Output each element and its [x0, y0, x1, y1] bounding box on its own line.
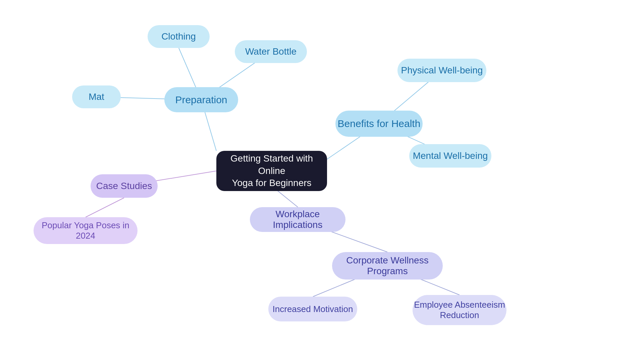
mental-wellbeing-label: Mental Well-being: [413, 150, 488, 161]
physical-wellbeing-label: Physical Well-being: [401, 65, 483, 76]
popular-yoga-poses-label: Popular Yoga Poses in 2024: [34, 220, 138, 241]
benefits-health-label: Benefits for Health: [338, 118, 421, 129]
svg-line-12: [86, 198, 124, 217]
preparation-node[interactable]: Preparation: [164, 87, 238, 112]
mental-wellbeing-node[interactable]: Mental Well-being: [409, 144, 491, 168]
preparation-label: Preparation: [175, 94, 227, 106]
popular-yoga-poses-node[interactable]: Popular Yoga Poses in 2024: [34, 217, 138, 244]
increased-motivation-label: Increased Motivation: [273, 304, 353, 314]
benefits-health-node[interactable]: Benefits for Health: [335, 111, 423, 137]
employee-absenteeism-label: Employee Absenteeism Reduction: [414, 300, 505, 320]
clothing-label: Clothing: [161, 31, 196, 42]
corporate-wellness-node[interactable]: Corporate Wellness Programs: [332, 252, 443, 280]
center-node[interactable]: Getting Started with Online Yoga for Beg…: [216, 151, 327, 191]
case-studies-label: Case Studies: [96, 181, 152, 191]
workplace-implications-node[interactable]: Workplace Implications: [250, 207, 345, 232]
water-bottle-node[interactable]: Water Bottle: [235, 40, 307, 63]
increased-motivation-node[interactable]: Increased Motivation: [268, 297, 357, 321]
workplace-implications-label: Workplace Implications: [250, 209, 345, 230]
employee-absenteeism-node[interactable]: Employee Absenteeism Reduction: [413, 295, 506, 325]
physical-wellbeing-node[interactable]: Physical Well-being: [397, 59, 486, 82]
center-label: Getting Started with Online Yoga for Beg…: [216, 153, 327, 189]
mat-label: Mat: [89, 92, 104, 102]
mat-node[interactable]: Mat: [72, 85, 121, 108]
case-studies-node[interactable]: Case Studies: [91, 174, 158, 198]
water-bottle-label: Water Bottle: [245, 46, 297, 57]
clothing-node[interactable]: Clothing: [148, 25, 210, 48]
corporate-wellness-label: Corporate Wellness Programs: [332, 255, 443, 277]
